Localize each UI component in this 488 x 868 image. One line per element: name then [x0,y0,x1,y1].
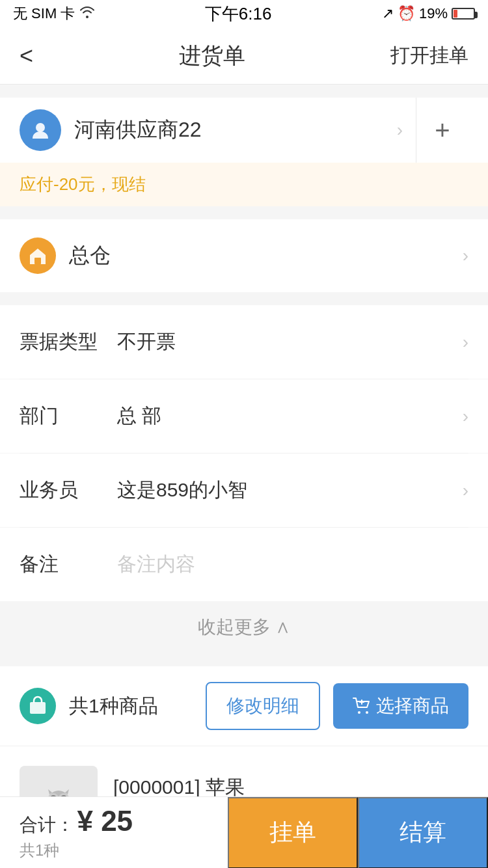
invoice-type-chevron-icon: › [463,332,468,353]
checkout-button[interactable]: 结算 [358,797,488,869]
salesperson-value: 这是859的小智 [117,477,456,504]
salesperson-label: 业务员 [20,477,98,504]
open-pending-button[interactable]: 打开挂单 [390,42,468,69]
supplier-selector[interactable]: 河南供应商22 › [20,98,416,163]
back-button[interactable]: < [20,42,33,70]
pending-button[interactable]: 挂单 [228,797,358,869]
invoice-type-value: 不开票 [117,329,456,355]
total-sub: 共1种 [20,840,208,861]
gap2 [0,206,488,219]
select-product-label: 选择商品 [376,694,449,718]
remarks-row[interactable]: 备注 备注内容 [0,528,488,601]
status-left: 无 SIM 卡 [13,4,94,23]
remarks-label: 备注 [20,551,98,578]
wifi-icon [80,5,94,22]
status-time: 下午6:16 [205,3,272,25]
collapse-bar[interactable]: 收起更多 ∧ [0,601,488,653]
carrier-label: 无 SIM 卡 [13,4,75,23]
collapse-label: 收起更多 ∧ [198,615,291,640]
product-header: 共1种商品 修改明细 选择商品 [0,666,488,746]
remarks-input[interactable]: 备注内容 [117,551,468,578]
salesperson-row[interactable]: 业务员 这是859的小智 › [0,454,488,527]
battery-icon [452,8,475,20]
department-chevron-icon: › [463,406,468,427]
warehouse-icon [20,237,56,274]
add-supplier-button[interactable]: + [416,116,468,145]
salesperson-chevron-icon: › [463,480,468,501]
total-amount: ¥ 25 [77,805,133,837]
supplier-name: 河南供应商22 [74,116,390,144]
warehouse-chevron-icon: › [463,245,468,266]
svg-point-3 [358,711,360,714]
select-product-button[interactable]: 选择商品 [333,683,468,729]
invoice-type-row[interactable]: 票据类型 不开票 › [0,305,488,379]
nav-bar: < 进货单 打开挂单 [0,27,488,85]
status-right: ↗ ⏰ 19% [382,5,475,22]
svg-rect-2 [30,702,46,714]
department-label: 部门 [20,403,98,429]
gap1 [0,85,488,98]
product-code: [0000001] [113,776,200,798]
svg-point-0 [36,123,45,132]
supplier-section: 河南供应商22 › + [0,98,488,163]
product-title: 苹果 [206,776,245,798]
svg-point-4 [366,711,368,714]
warehouse-name: 总仓 [69,241,456,270]
supplier-avatar [20,109,61,151]
gap3 [0,292,488,305]
department-row[interactable]: 部门 总 部 › [0,379,488,453]
product-count-text: 共1种商品 [69,693,206,720]
gap4 [0,653,488,666]
total-row: 合计： ¥ 25 [20,805,208,837]
warehouse-section[interactable]: 总仓 › [0,219,488,292]
warning-banner: 应付-20元，现结 [0,163,488,206]
total-section: 合计： ¥ 25 共1种 [0,805,228,861]
alarm-icon: ⏰ [398,5,415,22]
location-icon: ↗ [382,5,394,22]
supplier-chevron-icon: › [397,120,403,141]
invoice-type-label: 票据类型 [20,329,98,355]
status-bar: 无 SIM 卡 下午6:16 ↗ ⏰ 19% [0,0,488,27]
plus-icon: + [435,116,450,145]
cart-icon [353,697,371,715]
battery-percent: 19% [419,5,448,22]
total-label: 合计： [20,815,74,835]
svg-rect-1 [34,258,41,264]
department-value: 总 部 [117,403,456,429]
page-title: 进货单 [179,41,245,71]
bottom-bar: 合计： ¥ 25 共1种 挂单 结算 [0,796,488,868]
product-count-icon [20,688,56,724]
edit-detail-button[interactable]: 修改明细 [206,682,320,730]
